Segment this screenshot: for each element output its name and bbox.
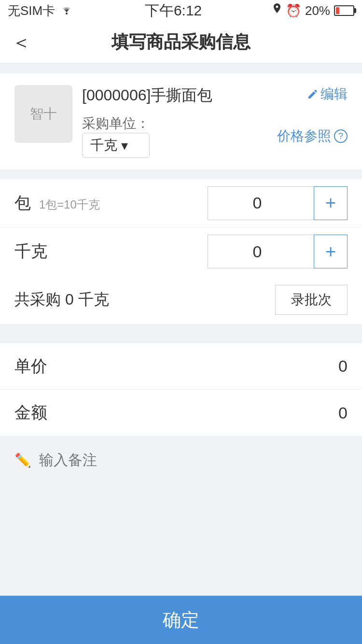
amount-value: 0: [338, 404, 348, 422]
pack-row: 包 1包=10千克 +: [0, 179, 362, 227]
unit-label-area: 采购单位： 千克 ▾: [82, 114, 150, 158]
page-title: 填写商品采购信息: [111, 30, 251, 54]
product-header: [0000006]手撕面包 编辑: [82, 85, 348, 106]
location-icon: [272, 3, 282, 18]
product-name: [0000006]手撕面包: [82, 85, 212, 106]
price-ref-button[interactable]: 价格参照 ?: [277, 127, 348, 145]
divider-2: [0, 324, 362, 334]
edit-button[interactable]: 编辑: [307, 85, 348, 103]
summary-row: 共采购 0 千克 录批次: [0, 276, 362, 324]
product-unit-row: 采购单位： 千克 ▾ 价格参照 ?: [82, 114, 348, 158]
status-bar: 无SIM卡 下午6:12 ⏰ 20%: [0, 0, 362, 21]
back-button[interactable]: ＜: [12, 29, 31, 56]
product-card: 智十 [0000006]手撕面包 编辑 采购单位： 千克 ▾ 价格参照 ?: [0, 73, 362, 169]
status-time: 下午6:12: [145, 1, 202, 21]
pack-input-area: +: [208, 186, 348, 220]
svg-point-0: [66, 13, 68, 14]
amount-row: 金额 0: [0, 390, 362, 436]
svg-text:?: ?: [338, 131, 343, 141]
kg-row: 千克 +: [0, 227, 362, 276]
pack-quantity-input[interactable]: [208, 186, 314, 220]
product-image: 智十: [14, 85, 72, 143]
pack-sublabel: 1包=10千克: [39, 198, 100, 211]
kg-label-area: 千克: [14, 240, 47, 263]
battery-percent: 20%: [305, 3, 330, 18]
product-info: [0000006]手撕面包 编辑 采购单位： 千克 ▾ 价格参照 ?: [82, 85, 348, 158]
unit-price-label: 单价: [14, 355, 47, 378]
pack-plus-button[interactable]: +: [314, 186, 348, 220]
dropdown-icon: ▾: [121, 138, 128, 154]
pack-label: 包: [14, 194, 31, 212]
status-right: ⏰ 20%: [272, 3, 354, 18]
kg-quantity-input[interactable]: [208, 235, 314, 268]
kg-plus-button[interactable]: +: [314, 235, 348, 268]
wifi-icon: [59, 3, 74, 18]
unit-price-row: 单价 0: [0, 343, 362, 390]
status-left: 无SIM卡: [8, 2, 74, 19]
remarks-input[interactable]: [39, 452, 348, 468]
confirm-button[interactable]: 确定: [0, 596, 362, 644]
clock-icon: ⏰: [286, 3, 301, 18]
remarks-section: ✏️: [0, 436, 362, 484]
unit-label: 采购单位：: [82, 116, 150, 131]
unit-select[interactable]: 千克 ▾: [82, 133, 150, 158]
nav-bar: ＜ 填写商品采购信息: [0, 21, 362, 64]
kg-label: 千克: [14, 242, 47, 260]
product-logo: 智十: [30, 106, 57, 122]
info-section: 单价 0 金额 0: [0, 343, 362, 436]
pack-label-area: 包 1包=10千克: [14, 192, 100, 214]
record-batch-button[interactable]: 录批次: [275, 285, 348, 315]
amount-label: 金额: [14, 402, 47, 424]
pencil-icon: ✏️: [14, 452, 31, 468]
kg-input-area: +: [208, 235, 348, 268]
input-section: 包 1包=10千克 + 千克 +: [0, 179, 362, 276]
summary-text: 共采购 0 千克: [14, 289, 109, 310]
battery-icon: [334, 5, 354, 16]
divider-1: [0, 169, 362, 179]
unit-price-value: 0: [338, 357, 348, 376]
carrier-label: 无SIM卡: [8, 2, 55, 19]
